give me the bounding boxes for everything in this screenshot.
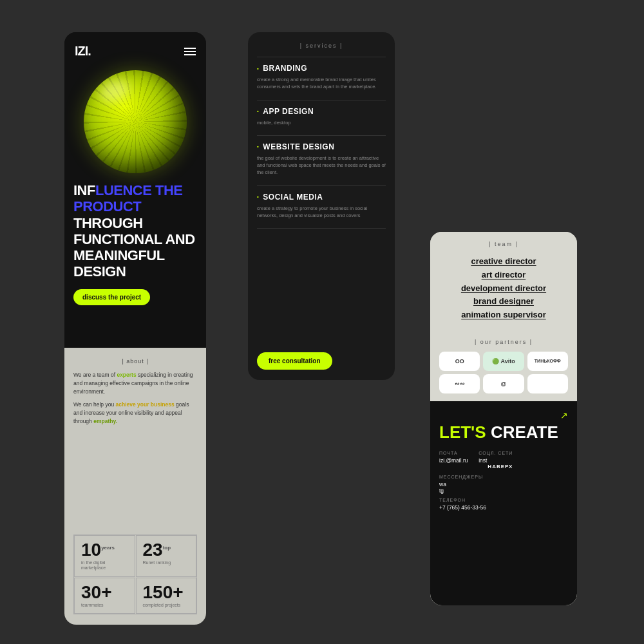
footer-section: ↗ LET'S CREATE ПОЧТА izi.@mail.ru СOЦЛ. … xyxy=(430,401,577,605)
stat-projects-number: 150+ xyxy=(143,583,190,601)
service-social-media: • SOCIAL MEDIA create a strategy to prom… xyxy=(257,193,386,220)
partners-grid: OO 🟢 Avito ТИНЬКОФФ ∾∾ @ xyxy=(439,352,568,393)
partner-tinkoff: ТИНЬКОФФ xyxy=(527,352,568,371)
footer-email-label: ПОЧТА xyxy=(439,451,473,455)
stat-years-number: 10years xyxy=(81,541,128,559)
footer-social-group: СOЦЛ. СЕТИ inst НАВЕРХ xyxy=(478,451,513,469)
role-development-director: development director xyxy=(461,282,546,296)
menu-line-3 xyxy=(184,54,196,55)
footer-contacts-row: ПОЧТА izi.@mail.ru СOЦЛ. СЕТИ inst НАВЕР… xyxy=(439,451,568,475)
about-section: | about | We are a team of experts speci… xyxy=(64,348,206,625)
stat-projects: 150+ completed projects xyxy=(136,578,197,614)
service-branding-desc: create a strong and memorable brand imag… xyxy=(257,76,386,91)
service-website-title: • WEBSITE DESIGN xyxy=(257,142,386,151)
partners-section: | our partners | OO 🟢 Avito ТИНЬКОФФ ∾∾ … xyxy=(430,331,577,401)
role-creative-director: creative director xyxy=(471,255,536,269)
service-divider-top xyxy=(257,57,386,57)
about-text-2: We can help you achieve your business go… xyxy=(73,401,197,425)
role-animation-supervisor: animation supervisor xyxy=(461,308,545,322)
partner-avito: 🟢 Avito xyxy=(483,352,524,371)
footer-phone-label: ТЕЛЕФОН xyxy=(439,498,568,502)
stat-ranking: 23top Runet ranking xyxy=(136,535,197,577)
highlight-empathy: empathy. xyxy=(93,418,117,424)
menu-icon[interactable] xyxy=(184,48,196,55)
footer-messengers-label: МЕССЕНДЖЕРЫ xyxy=(439,475,568,479)
footer-lets: LET'S xyxy=(439,422,486,442)
headline-highlight-blue: LUENCE THEPRODUCT xyxy=(73,182,183,214)
sphere-wrapper xyxy=(64,70,206,173)
service-website-design: • WEBSITE DESIGN the goal of website dev… xyxy=(257,142,386,176)
card-hero: IZI. INFLUENCE THEPRODUCT THROUGH FUNCTI… xyxy=(64,32,206,625)
highlight-achieve: achieve your business xyxy=(116,401,175,408)
highlight-experts: experts xyxy=(117,372,136,378)
service-branding-title: • BRANDING xyxy=(257,64,386,73)
stat-years-label: in the digitalmarketplace xyxy=(81,560,128,571)
service-app-design-title: • APP DESIGN xyxy=(257,107,386,116)
footer-social-value: inst xyxy=(478,457,513,464)
footer-email-value: izi.@mail.ru xyxy=(439,457,473,464)
stat-years-suffix: years xyxy=(101,545,115,551)
partners-label: | our partners | xyxy=(439,339,568,345)
service-dot-app: • xyxy=(257,108,259,114)
role-art-director: art director xyxy=(482,269,526,282)
hero-section: IZI. INFLUENCE THEPRODUCT THROUGH FUNCTI… xyxy=(64,32,206,348)
service-divider-4 xyxy=(257,228,386,229)
footer-top-button[interactable]: НАВЕРХ xyxy=(478,464,513,469)
stat-projects-label: completed projects xyxy=(143,603,190,608)
partner-oo: OO xyxy=(439,352,480,371)
about-text-1: We are a team of experts specializing in… xyxy=(73,371,197,395)
footer-phone-group: ТЕЛЕФОН +7 (765) 456-33-56 xyxy=(439,498,568,511)
footer-messengers-group: МЕССЕНДЖЕРЫ wa tg xyxy=(439,475,568,494)
free-consultation-button[interactable]: free consultation xyxy=(257,352,332,370)
stat-teammates-label: teammates xyxy=(81,603,128,608)
card-team: | team | creative director art director … xyxy=(430,232,577,605)
menu-line-1 xyxy=(184,48,196,49)
partner-logo-5: @ xyxy=(483,374,524,393)
stat-ranking-number: 23top xyxy=(143,541,190,559)
partner-logo-4: ∾∾ xyxy=(439,374,480,393)
service-social-desc: create a strategy to promote your busine… xyxy=(257,205,386,220)
service-dot-website: • xyxy=(257,144,259,149)
partner-logo-6 xyxy=(527,374,568,393)
role-brand-designer: brand designer xyxy=(473,295,534,308)
team-label: | team | xyxy=(439,241,568,247)
service-divider-2 xyxy=(257,135,386,136)
service-dot-branding: • xyxy=(257,66,259,71)
stat-ranking-suffix: top xyxy=(163,545,171,551)
team-section: | team | creative director art director … xyxy=(430,232,577,331)
hero-cta-button[interactable]: discuss the project xyxy=(73,289,150,305)
logo: IZI. xyxy=(75,44,91,59)
footer-messengers-tg: tg xyxy=(439,488,568,494)
card-services: | services | • BRANDING create a strong … xyxy=(248,32,395,380)
footer-phone-value: +7 (765) 456-33-56 xyxy=(439,504,568,511)
service-divider-3 xyxy=(257,185,386,186)
hero-headline: INFLUENCE THEPRODUCT THROUGH FUNCTIONAL … xyxy=(64,173,206,280)
team-roles: creative director art director developme… xyxy=(439,255,568,322)
footer-arrow-icon: ↗ xyxy=(439,410,568,421)
footer-email-group: ПОЧТА izi.@mail.ru xyxy=(439,451,473,469)
hero-sphere xyxy=(84,70,187,173)
stat-years: 10years in the digitalmarketplace xyxy=(74,535,135,577)
service-branding: • BRANDING create a strong and memorable… xyxy=(257,64,386,91)
service-app-design: • APP DESIGN mobile, desktop xyxy=(257,107,386,126)
about-label: | about | xyxy=(73,358,197,365)
footer-create: CREATE xyxy=(491,422,558,442)
service-website-desc: the goal of website development is to cr… xyxy=(257,155,386,176)
footer-cta: LET'S CREATE xyxy=(439,423,568,442)
hero-nav: IZI. xyxy=(64,32,206,65)
footer-messengers-wa: wa xyxy=(439,481,568,488)
service-social-title: • SOCIAL MEDIA xyxy=(257,193,386,202)
service-dot-social: • xyxy=(257,194,259,200)
footer-contacts: ПОЧТА izi.@mail.ru СOЦЛ. СЕТИ inst НАВЕР… xyxy=(439,451,513,469)
footer-social-label: СOЦЛ. СЕТИ xyxy=(478,451,513,455)
about-stats: 10years in the digitalmarketplace 23top … xyxy=(73,535,197,614)
menu-line-2 xyxy=(184,51,196,52)
stat-teammates: 30+ teammates xyxy=(74,578,135,614)
services-label: | services | xyxy=(257,43,386,49)
service-divider-1 xyxy=(257,100,386,100)
service-app-design-desc: mobile, desktop xyxy=(257,119,386,126)
stat-teammates-number: 30+ xyxy=(81,583,128,601)
stat-ranking-label: Runet ranking xyxy=(143,560,190,565)
